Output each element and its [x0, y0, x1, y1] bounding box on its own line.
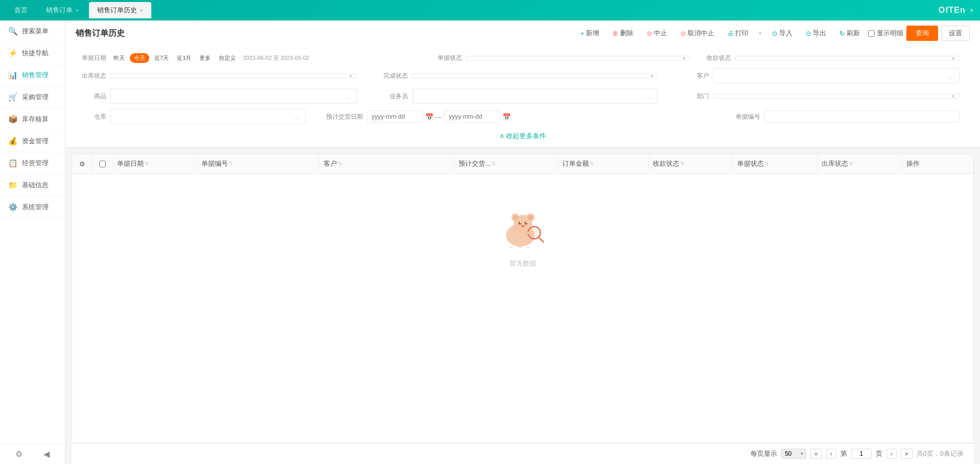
filter-delivery-date-item: 预计交货日期 📅 — 📅 [326, 111, 710, 123]
tab-2[interactable]: 销售订单历史× [89, 2, 151, 18]
page-title-row: 销售订单历史 + 新增 🗑 删除 ⊘ 中止 ⊘ [76, 26, 970, 41]
sidebar-collapse-btn[interactable]: ◀ [43, 449, 50, 459]
th-bill-status[interactable]: 单据状态 ⇅ [733, 154, 817, 173]
sidebar-item-operations[interactable]: 📋 经营管理 [0, 152, 65, 174]
pagination-bar: 每页显示 10 20 50 100 ▼ « ‹ 第 页 › » 共0页，0条记录 [72, 443, 974, 464]
page-title: 销售订单历史 [76, 28, 125, 39]
goods-input[interactable] [114, 91, 343, 102]
display-detail-checkbox[interactable] [868, 30, 875, 37]
select-all-checkbox[interactable] [99, 161, 106, 167]
prev-page-button[interactable]: ‹ [826, 449, 836, 459]
delete-button[interactable]: 🗑 删除 [607, 26, 639, 40]
delete-icon: 🗑 [612, 30, 619, 37]
sidebar-item-purchase[interactable]: 🛒 采购管理 [0, 86, 65, 108]
warehouse-input[interactable] [114, 111, 292, 122]
total-records-text: 共0页，0条记录 [917, 449, 964, 458]
import-button[interactable]: ⊙ 导入 [767, 26, 797, 40]
filter-goods-item: 商品 ... [76, 89, 357, 104]
filter-date-item: 单据日期 昨天 今天 近7天 近1月 更多 自定义 2023-06-02 至 2… [76, 53, 421, 63]
goods-dots-btn[interactable]: ... [343, 92, 353, 100]
add-button[interactable]: + 新增 [576, 26, 605, 40]
page-size-select[interactable]: 10 20 50 100 [781, 449, 806, 459]
bill-status-select[interactable]: ▼ [466, 56, 691, 61]
collapse-label: 收起更多条件 [506, 132, 546, 140]
dept-select[interactable]: ▼ [713, 94, 960, 99]
payment-status-select[interactable]: ▼ [735, 56, 960, 61]
th-date[interactable]: 单据日期 ⇅ [113, 154, 197, 173]
date-btn-today[interactable]: 今天 [130, 53, 149, 63]
tab-close-icon-1[interactable]: × [76, 8, 79, 13]
th-payment-status[interactable]: 收款状态 ⇅ [649, 154, 733, 173]
svg-point-4 [513, 215, 518, 220]
add-icon: + [581, 30, 585, 37]
customer-input[interactable] [717, 70, 946, 81]
th-customer[interactable]: 客户 ⇅ [320, 154, 454, 173]
payment-status-arrow: ▼ [951, 55, 956, 61]
sidebar-item-quick-nav[interactable]: ⚡ 快捷导航 [0, 42, 65, 64]
th-check[interactable] [93, 156, 113, 172]
tab-1[interactable]: 销售订单× [38, 2, 87, 18]
export-button[interactable]: ⊙ 导出 [801, 26, 831, 40]
cancel-stop-button[interactable]: ⊘ 取消中止 [675, 26, 719, 40]
salesman-dots-btn[interactable]: ... [645, 92, 655, 100]
filter-row-4: 仓库 ... 预计交货日期 📅 — 📅 [76, 109, 970, 124]
print-button[interactable]: 🖨 打印 [722, 26, 754, 40]
date-btn-custom[interactable]: 自定义 [216, 53, 239, 63]
date-btn-7days[interactable]: 近7天 [151, 53, 172, 63]
tab-0[interactable]: 首页 [6, 2, 36, 18]
sidebar-item-system[interactable]: ⚙️ 系统管理 [0, 196, 65, 218]
delivery-date-from-input[interactable] [367, 111, 423, 123]
stop-button[interactable]: ⊘ 中止 [642, 26, 672, 40]
sidebar-item-finance[interactable]: 💰 资金管理 [0, 130, 65, 152]
import-label: 导入 [779, 29, 792, 38]
date-btn-more[interactable]: 更多 [196, 53, 214, 63]
stop-icon: ⊘ [647, 30, 652, 37]
date-range-display: 2023-06-02 至 2023-06-02 [243, 54, 309, 62]
th-out-status[interactable]: 出库状态 ⇅ [817, 154, 902, 173]
sidebar-settings-btn[interactable]: ⚙ [15, 449, 22, 459]
calendar-to-icon[interactable]: 📅 [503, 113, 511, 121]
last-page-button[interactable]: » [901, 449, 913, 459]
payment-status-label: 收款状态 [700, 54, 731, 62]
sidebar-item-inventory[interactable]: 📦 库存核算 [0, 108, 65, 130]
complete-status-select[interactable]: ▼ [412, 73, 658, 78]
customer-dots-btn[interactable]: ... [946, 72, 956, 80]
date-btn-1month[interactable]: 近1月 [174, 53, 194, 63]
th-delivery[interactable]: 预计交货... ⇅ [454, 154, 558, 173]
query-button[interactable]: 查询 [906, 26, 938, 41]
setting-button[interactable]: 设置 [941, 26, 970, 41]
th-no[interactable]: 单据编号 ⇅ [197, 154, 320, 173]
gear-icon: ⚙ [79, 160, 85, 168]
page-input[interactable] [851, 449, 872, 459]
tab-close-icon-2[interactable]: × [140, 8, 143, 13]
main-layout: 🔍 搜索菜单 ⚡ 快捷导航 📊 销售管理 🛒 采购管理 📦 库存核算 💰 资金管… [0, 20, 980, 464]
table-header: ⚙ 单据日期 ⇅ 单据编号 ⇅ 客户 ⇅ 预计交货... [72, 154, 973, 174]
next-page-button[interactable]: › [886, 449, 897, 459]
display-detail-checkbox-wrapper[interactable]: 显示明细 [868, 29, 903, 38]
calendar-from-icon[interactable]: 📅 [425, 113, 434, 121]
warehouse-dots-btn[interactable]: ... [292, 113, 302, 121]
window-close-icon[interactable]: × [970, 6, 974, 14]
sidebar-item-sales[interactable]: 📊 销售管理 [0, 64, 65, 86]
export-label: 导出 [813, 29, 826, 38]
sales-icon: 📊 [8, 71, 18, 80]
finance-icon: 💰 [8, 137, 18, 146]
collapse-bar[interactable]: ∧ 收起更多条件 [76, 129, 970, 141]
sidebar-item-search[interactable]: 🔍 搜索菜单 [0, 20, 65, 42]
salesman-input-wrapper: ... [412, 89, 658, 104]
sidebar-item-basic-info[interactable]: 📁 基础信息 [0, 174, 65, 196]
salesman-input[interactable] [416, 91, 645, 102]
out-status-arrow: ▼ [348, 73, 353, 79]
out-status-select[interactable]: ▼ [110, 73, 357, 78]
sidebar-item-system-label: 系统管理 [22, 203, 49, 212]
bill-no-input[interactable] [764, 111, 960, 123]
page-size-label: 每页显示 [750, 449, 777, 458]
first-page-button[interactable]: « [810, 449, 822, 459]
date-btn-yesterday[interactable]: 昨天 [110, 53, 128, 63]
svg-point-9 [526, 222, 527, 224]
refresh-button[interactable]: ↻ 刷新 [834, 26, 865, 40]
delivery-date-to-input[interactable] [444, 111, 500, 123]
cancel-stop-icon: ⊘ [680, 30, 686, 37]
th-amount[interactable]: 订单金额 ⇅ [558, 154, 649, 173]
th-gear[interactable]: ⚙ [72, 155, 93, 173]
